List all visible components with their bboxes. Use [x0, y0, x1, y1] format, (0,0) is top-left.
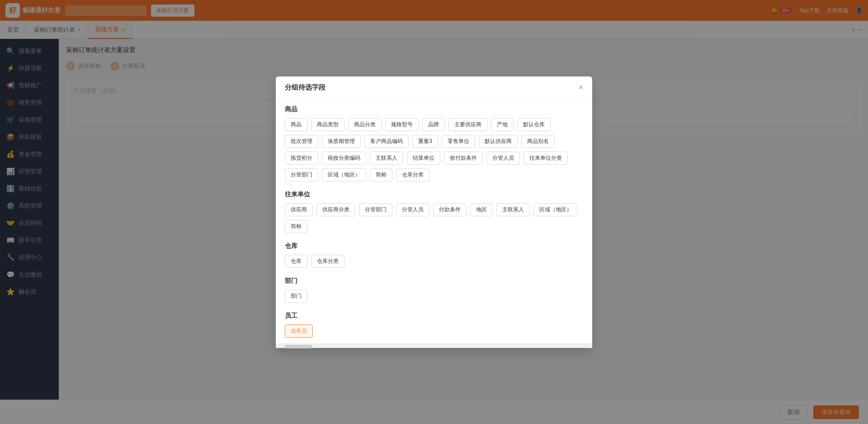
dialog-title: 分组待选字段 [285, 83, 326, 92]
dialog-body[interactable]: 商品 商品 商品类型 商品分类 规格型号 品牌 主要供应商 产地 默认仓库 批次… [276, 98, 592, 343]
section-product-title: 商品 [285, 105, 583, 114]
field-quality-mgmt[interactable]: 保质期管理 [322, 135, 361, 148]
field-warehouse-category[interactable]: 仓库分类 [311, 255, 344, 268]
field-tax-code[interactable]: 税收分类编码 [322, 152, 366, 165]
field-partner-shortname[interactable]: 简称 [285, 220, 307, 233]
field-region[interactable]: 区域（地区） [322, 168, 366, 181]
section-product: 商品 商品 商品类型 商品分类 规格型号 品牌 主要供应商 产地 默认仓库 批次… [285, 105, 583, 181]
field-spec-model[interactable]: 规格型号 [385, 118, 419, 131]
dialog-scrollbar-thumb[interactable] [285, 345, 312, 348]
field-product-category[interactable]: 商品分类 [348, 118, 382, 131]
field-main-supplier[interactable]: 主要供应商 [448, 118, 487, 131]
section-warehouse-title: 仓库 [285, 242, 583, 250]
section-employee-title: 员工 [285, 312, 583, 320]
field-pick-score[interactable]: 拣货积分 [285, 152, 318, 165]
product-fields: 商品 商品类型 商品分类 规格型号 品牌 主要供应商 产地 默认仓库 批次管理 … [285, 118, 583, 181]
field-partner-manager[interactable]: 分管人员 [396, 203, 429, 216]
field-partner-region[interactable]: 区域（地区） [533, 203, 578, 216]
field-warehouse[interactable]: 仓库 [285, 255, 307, 268]
section-warehouse: 仓库 仓库 仓库分类 [285, 242, 583, 268]
field-origin[interactable]: 产地 [491, 118, 514, 131]
section-dept: 部门 部门 [285, 277, 583, 303]
section-partner: 往来单位 供应商 供应商分类 分管部门 分管人员 付款条件 地区 主联系人 区域… [285, 191, 583, 233]
field-supplier-cat[interactable]: 供应商分类 [316, 203, 355, 216]
field-supplier[interactable]: 供应商 [285, 203, 313, 216]
main-layout: 🔍 搜索菜单 ⚡ 快捷导航 📢 营销推广 💼 销售管理 🛒 采购管理 📦 [0, 39, 868, 424]
dialog: 分组待选字段 × 商品 商品 商品类型 商品分类 规格型号 [276, 76, 592, 348]
field-manager[interactable]: 分管人员 [486, 152, 520, 165]
section-dept-title: 部门 [285, 277, 583, 285]
field-main-contact[interactable]: 主联系人 [370, 152, 403, 165]
field-default-supplier[interactable]: 默认供应商 [479, 135, 518, 148]
field-shortname[interactable]: 简称 [370, 168, 392, 181]
employee-fields: 业务员 [285, 324, 583, 338]
field-default-warehouse[interactable]: 默认仓库 [517, 118, 551, 131]
content-area: 采购订单统计表方案设置 1 选择模板 2 方案配置 汇总维度（必选） [59, 39, 868, 424]
field-payment-terms[interactable]: 收付款条件 [444, 152, 483, 165]
field-payment-cond[interactable]: 付款条件 [433, 203, 467, 216]
section-employee: 员工 业务员 [285, 312, 583, 338]
field-customer-code[interactable]: 客户商品编码 [364, 135, 409, 148]
field-dept[interactable]: 分管部门 [285, 168, 318, 181]
field-partner-dept[interactable]: 分管部门 [359, 203, 392, 216]
field-partner-category[interactable]: 往来单位分类 [524, 152, 568, 165]
field-settlement-unit[interactable]: 结算单位 [407, 152, 440, 165]
warehouse-fields: 仓库 仓库分类 [285, 255, 583, 268]
dialog-horizontal-scrollbar[interactable] [276, 343, 592, 348]
field-department[interactable]: 部门 [285, 290, 307, 303]
field-weight3[interactable]: 重量3 [412, 135, 438, 148]
field-partner-contact[interactable]: 主联系人 [496, 203, 530, 216]
field-batch-mgmt[interactable]: 批次管理 [285, 135, 318, 148]
field-brand[interactable]: 品牌 [422, 118, 445, 131]
section-partner-title: 往来单位 [285, 191, 583, 199]
field-salesperson[interactable]: 业务员 [285, 324, 313, 338]
field-warehouse-cat[interactable]: 仓库分类 [396, 168, 429, 181]
field-retail-unit[interactable]: 零售单位 [442, 135, 475, 148]
field-product[interactable]: 商品 [285, 118, 307, 131]
field-area[interactable]: 地区 [470, 203, 493, 216]
dept-fields: 部门 [285, 290, 583, 303]
dialog-overlay: 分组待选字段 × 商品 商品 商品类型 商品分类 规格型号 [59, 39, 868, 424]
field-product-type[interactable]: 商品类型 [311, 118, 344, 131]
field-product-alias[interactable]: 商品别名 [521, 135, 555, 148]
dialog-header: 分组待选字段 × [276, 76, 592, 98]
partner-fields: 供应商 供应商分类 分管部门 分管人员 付款条件 地区 主联系人 区域（地区） … [285, 203, 583, 233]
dialog-close-button[interactable]: × [578, 83, 583, 92]
